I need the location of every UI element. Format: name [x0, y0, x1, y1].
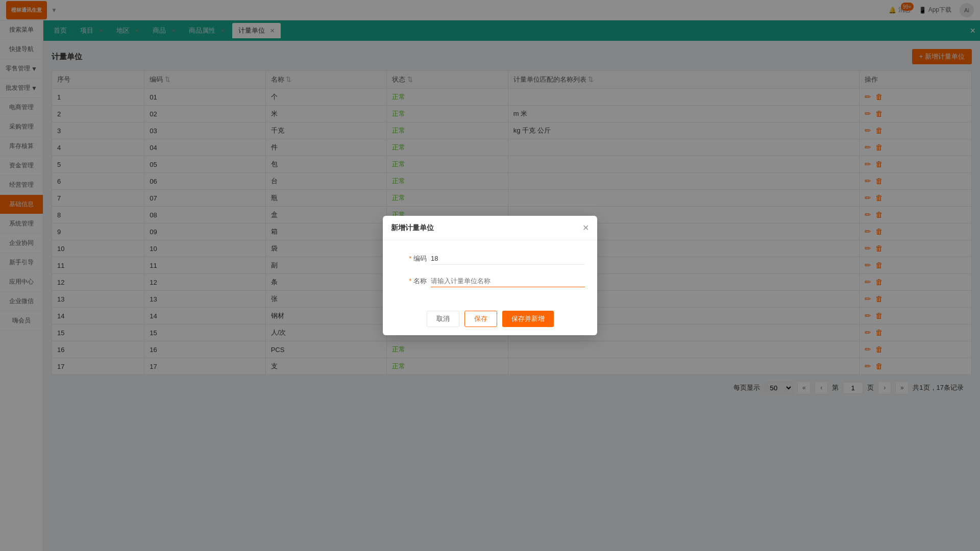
name-input[interactable] [431, 275, 585, 287]
save-button[interactable]: 保存 [464, 311, 497, 327]
name-label: 名称 [395, 277, 431, 286]
modal-header: 新增计量单位 ✕ [383, 216, 597, 240]
save-new-button[interactable]: 保存并新增 [502, 311, 554, 327]
form-row-name: 名称 [395, 275, 585, 287]
form-row-code: 编码 [395, 253, 585, 265]
modal-body: 编码 名称 [383, 240, 597, 306]
cancel-button[interactable]: 取消 [427, 311, 459, 327]
modal-overlay: 新增计量单位 ✕ 编码 名称 取消 保存 保存并新增 [0, 0, 980, 551]
modal-close-btn[interactable]: ✕ [582, 223, 589, 233]
modal-footer: 取消 保存 保存并新增 [383, 306, 597, 335]
code-label: 编码 [395, 254, 431, 263]
code-input[interactable] [431, 253, 585, 265]
add-unit-modal: 新增计量单位 ✕ 编码 名称 取消 保存 保存并新增 [383, 216, 597, 335]
modal-title: 新增计量单位 [391, 223, 434, 233]
